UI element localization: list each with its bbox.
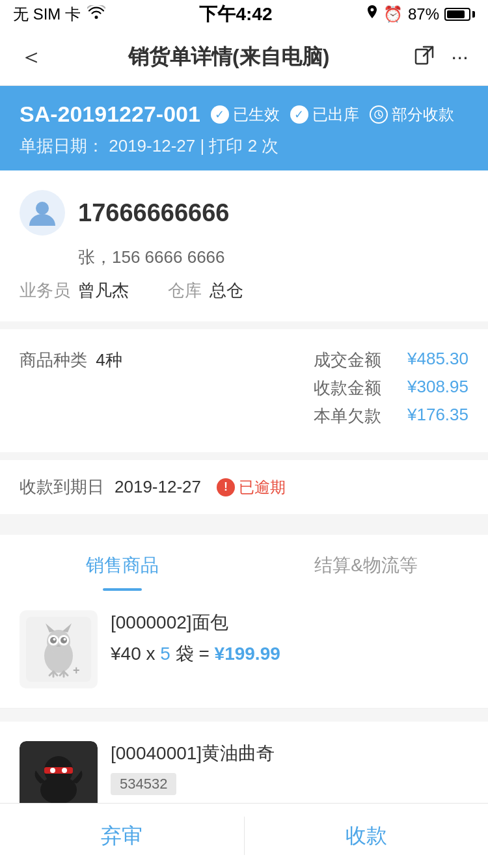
tabs-row: 销售商品 结算&物流等 xyxy=(0,535,488,591)
deal-amount-value: ¥485.30 xyxy=(407,349,468,372)
overdue-badge: ! 已逾期 xyxy=(217,477,286,498)
received-amount-row: 收款金额 ¥308.95 xyxy=(314,377,468,400)
status-left: 无 SIM 卡 xyxy=(13,4,105,25)
received-amount-value: ¥308.95 xyxy=(407,377,468,400)
more-icon[interactable]: ··· xyxy=(451,45,468,69)
cancel-audit-button[interactable]: 弃审 xyxy=(0,804,244,868)
customer-meta: 业务员 曾凡杰 仓库 总仓 xyxy=(20,279,468,302)
bottom-bar: 弃审 收款 xyxy=(0,803,488,868)
tab-settlement-logistics[interactable]: 结算&物流等 xyxy=(244,535,488,591)
owed-amount-label: 本单欠款 xyxy=(314,405,381,427)
deal-amount-row: 成交金额 ¥485.30 xyxy=(314,349,468,372)
summary-right: 成交金额 ¥485.30 收款金额 ¥308.95 本单欠款 ¥176.35 xyxy=(314,349,468,433)
order-banner: SA-20191227-001 ✓ 已生效 ✓ 已出库 部分收款 xyxy=(0,86,488,170)
carrier-label: 无 SIM 卡 xyxy=(13,4,81,25)
item-types-label: 商品种类 xyxy=(20,350,87,370)
tag-shipped: ✓ 已出库 xyxy=(290,104,359,125)
location-icon xyxy=(366,5,378,23)
nav-actions: ··· xyxy=(414,44,468,70)
customer-avatar xyxy=(20,190,65,236)
owed-amount-value: ¥176.35 xyxy=(407,405,468,427)
page-title: 销货单详情(来自电脑) xyxy=(128,43,329,72)
svg-text:+: + xyxy=(73,664,80,677)
product-separator xyxy=(0,709,488,722)
due-date-value: 2019-12-27 xyxy=(115,477,201,497)
salesperson-label: 业务员 xyxy=(20,279,70,302)
status-bar: 无 SIM 卡 下午4:42 ⏰ 87% xyxy=(0,0,488,29)
svg-point-11 xyxy=(61,637,67,644)
product-name-2: [00040001]黄油曲奇 xyxy=(111,741,468,766)
product-qty-1: 5 xyxy=(160,644,170,664)
product-sku-2: 534532 xyxy=(111,773,176,795)
product-thumbnail-1: + xyxy=(20,610,98,688)
item-types-count: 4种 xyxy=(96,350,122,370)
salesperson-value: 曾凡杰 xyxy=(78,279,129,302)
section-separator xyxy=(0,522,488,535)
payment-button[interactable]: 收款 xyxy=(245,804,489,868)
back-button[interactable]: ＜ xyxy=(20,41,43,73)
svg-point-12 xyxy=(53,638,56,641)
status-tags: ✓ 已生效 ✓ 已出库 部分收款 xyxy=(211,104,454,125)
product-total-1: ¥199.99 xyxy=(215,644,280,664)
status-right: ⏰ 87% xyxy=(366,5,475,23)
wifi-icon xyxy=(87,5,105,23)
tag-partial-payment: 部分收款 xyxy=(370,104,454,125)
tab-active-indicator xyxy=(103,588,142,591)
status-time: 下午4:42 xyxy=(199,2,272,27)
svg-point-10 xyxy=(50,637,57,644)
product-name-1: [0000002]面包 xyxy=(111,610,468,635)
battery-label: 87% xyxy=(408,5,439,23)
banner-date: 单据日期： 2019-12-27 | 打印 2 次 xyxy=(20,135,468,157)
tabs-section: 销售商品 结算&物流等 xyxy=(0,535,488,591)
customer-section: 17666666666 张，156 6666 6666 业务员 曾凡杰 仓库 总… xyxy=(0,170,488,321)
product-item: + [0000002]面包 ¥40 x 5 袋 = ¥199.99 xyxy=(0,591,488,709)
order-id: SA-20191227-001 xyxy=(20,102,200,127)
customer-phone: 17666666666 xyxy=(78,199,229,227)
deal-amount-label: 成交金额 xyxy=(314,349,381,372)
check-icon-2: ✓ xyxy=(290,105,308,124)
owed-amount-row: 本单欠款 ¥176.35 xyxy=(314,405,468,427)
svg-point-2 xyxy=(36,202,49,215)
warehouse-label: 仓库 xyxy=(168,279,202,302)
tab-sales-products[interactable]: 销售商品 xyxy=(0,535,244,591)
overdue-label: 已逾期 xyxy=(239,477,286,498)
svg-point-24 xyxy=(40,776,77,804)
svg-point-13 xyxy=(64,638,66,641)
tag-effective: ✓ 已生效 xyxy=(211,104,280,125)
alarm-icon: ⏰ xyxy=(383,5,403,23)
svg-point-27 xyxy=(62,768,67,773)
summary-section: 商品种类 4种 成交金额 ¥485.30 收款金额 ¥308.95 本单欠款 ¥… xyxy=(0,329,488,452)
svg-point-26 xyxy=(50,768,55,773)
salesperson-item: 业务员 曾凡杰 xyxy=(20,279,129,302)
customer-header: 17666666666 xyxy=(20,190,468,236)
warehouse-item: 仓库 总仓 xyxy=(168,279,243,302)
svg-rect-0 xyxy=(416,49,427,64)
check-icon-1: ✓ xyxy=(211,105,229,124)
product-price-1: ¥40 x 5 袋 = ¥199.99 xyxy=(111,642,468,666)
due-section: 收款到期日 2019-12-27 ! 已逾期 xyxy=(0,460,488,514)
summary-left: 商品种类 4种 xyxy=(20,349,122,372)
battery-icon xyxy=(444,8,475,21)
due-label: 收款到期日 xyxy=(20,476,104,498)
overdue-icon: ! xyxy=(217,478,235,496)
clock-icon xyxy=(370,105,388,124)
share-icon[interactable] xyxy=(414,44,435,70)
customer-contact: 张，156 6666 6666 xyxy=(78,246,468,269)
nav-bar: ＜ 销货单详情(来自电脑) ··· xyxy=(0,29,488,86)
received-amount-label: 收款金额 xyxy=(314,377,381,400)
warehouse-value: 总仓 xyxy=(210,279,243,302)
product-info-1: [0000002]面包 ¥40 x 5 袋 = ¥199.99 xyxy=(111,610,468,666)
svg-rect-25 xyxy=(44,767,73,774)
